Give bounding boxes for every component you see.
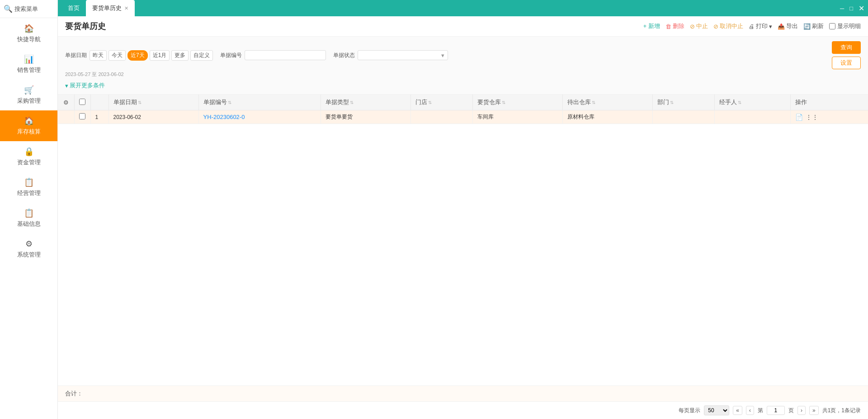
doc-date-label: 单据日期 xyxy=(65,52,87,59)
th-department[interactable]: 部门 ⇅ xyxy=(653,95,715,110)
tab-requisition-history-label: 要货单历史 xyxy=(92,4,122,12)
total-info: 共1页，1条记录 xyxy=(822,407,861,414)
cancel-icon: ⊘ xyxy=(713,23,718,30)
cancel-stop-button[interactable]: ⊘ 取消中止 xyxy=(713,22,743,30)
th-handler-label: 经手人 xyxy=(719,98,737,106)
th-checkbox xyxy=(74,95,90,110)
doc-status-select[interactable] xyxy=(358,50,448,60)
row-actions: 📄 ⋮⋮ xyxy=(795,114,863,121)
tab-bar: 首页 要货单历史 ✕ ─ □ ✕ xyxy=(58,0,868,16)
display-detail-input[interactable] xyxy=(829,23,835,29)
expand-btn[interactable]: ▾ 展开更多条件 xyxy=(65,81,861,90)
sidebar-item-inventory[interactable]: 🏠 库存核算 xyxy=(0,110,57,141)
th-doc-date-label: 单据日期 xyxy=(113,98,137,106)
sidebar-search[interactable]: 🔍 搜索菜单 xyxy=(0,0,57,18)
stop-button[interactable]: ⊘ 中止 xyxy=(690,22,708,30)
sidebar-item-label: 库存核算 xyxy=(17,128,41,136)
cell-department xyxy=(653,110,715,124)
sidebar-item-sales[interactable]: 📊 销售管理 xyxy=(0,49,57,80)
row-more-btn[interactable]: ⋮⋮ xyxy=(806,114,818,121)
date-btn-yesterday[interactable]: 昨天 xyxy=(90,50,107,61)
tab-bar-right: ─ □ ✕ xyxy=(840,4,864,13)
select-all-checkbox[interactable] xyxy=(79,99,85,105)
next-page-btn[interactable]: › xyxy=(797,406,806,415)
settings-button[interactable]: 设置 xyxy=(832,57,861,69)
th-doc-number[interactable]: 单据编号 ⇅ xyxy=(198,95,321,110)
th-req-warehouse[interactable]: 要货仓库 ⇅ xyxy=(473,95,563,110)
print-icon: 🖨 xyxy=(749,23,755,30)
sales-icon: 📊 xyxy=(24,54,34,64)
date-range-display: 2023-05-27 至 2023-06-02 xyxy=(65,71,861,78)
th-department-label: 部门 xyxy=(657,98,669,106)
tab-home[interactable]: 首页 xyxy=(61,0,86,16)
sidebar-item-purchase[interactable]: 🛒 采购管理 xyxy=(0,80,57,110)
new-label: + 新增 xyxy=(643,22,660,30)
sidebar-item-operations[interactable]: 📋 经营管理 xyxy=(0,172,57,203)
sidebar-item-finance[interactable]: 🔒 资金管理 xyxy=(0,141,57,172)
sidebar-item-basic-info[interactable]: 📋 基础信息 xyxy=(0,203,57,233)
th-req-warehouse-label: 要货仓库 xyxy=(477,98,501,106)
tab-requisition-history[interactable]: 要货单历史 ✕ xyxy=(86,0,135,16)
window-maximize-btn[interactable]: □ xyxy=(849,5,853,12)
date-btn-last1month[interactable]: 近1月 xyxy=(150,50,170,61)
sidebar-item-quick-nav[interactable]: 🏠 快捷导航 xyxy=(0,18,57,49)
page-header: 要货单历史 + 新增 🗑 删除 ⊘ 中止 ⊘ 取消中止 🖨 xyxy=(58,16,868,37)
date-btn-custom[interactable]: 自定义 xyxy=(190,50,213,61)
cell-doc-date: 2023-06-02 xyxy=(108,110,198,124)
first-page-btn[interactable]: « xyxy=(733,406,742,415)
date-btn-last7days[interactable]: 近7天 xyxy=(127,50,148,61)
sort-store-icon: ⇅ xyxy=(428,100,432,105)
th-pending-warehouse[interactable]: 待出仓库 ⇅ xyxy=(563,95,653,110)
delete-label: 删除 xyxy=(673,22,684,30)
per-page-select[interactable]: 10 20 50 100 xyxy=(704,405,729,415)
doc-number-label: 单据编号 xyxy=(220,52,242,59)
export-button[interactable]: 📤 导出 xyxy=(778,22,798,30)
doc-number-link[interactable]: YH-20230602-0 xyxy=(203,114,245,120)
page-title: 要货单历史 xyxy=(65,21,640,32)
filter-actions: 查询 设置 xyxy=(832,41,861,69)
system-icon: ⚙ xyxy=(25,239,33,249)
cancel-label: 取消中止 xyxy=(720,22,743,30)
th-store-label: 门店 xyxy=(415,98,427,106)
th-settings[interactable]: ⚙ xyxy=(58,95,74,110)
sidebar-item-label: 系统管理 xyxy=(17,251,41,259)
th-handler[interactable]: 经手人 ⇅ xyxy=(715,95,791,110)
display-detail-checkbox[interactable]: 显示明细 xyxy=(829,22,861,30)
cell-req-warehouse: 车间库 xyxy=(473,110,563,124)
date-btn-more[interactable]: 更多 xyxy=(171,50,189,61)
cell-doc-number: YH-20230602-0 xyxy=(198,110,321,124)
table-header-row: ⚙ 单据日期 ⇅ xyxy=(58,95,868,110)
prev-page-btn[interactable]: ‹ xyxy=(746,406,754,415)
th-num xyxy=(90,95,108,110)
print-button[interactable]: 🖨 打印 ▾ xyxy=(749,22,772,30)
th-doc-date[interactable]: 单据日期 ⇅ xyxy=(108,95,198,110)
delete-button[interactable]: 🗑 删除 xyxy=(665,22,684,30)
th-store[interactable]: 门店 ⇅ xyxy=(411,95,473,110)
sort-doc-type-icon: ⇅ xyxy=(350,100,354,105)
doc-number-input[interactable] xyxy=(245,50,326,60)
row-checkbox[interactable] xyxy=(79,113,85,119)
page-number-input[interactable] xyxy=(767,406,785,415)
print-dropdown-icon: ▾ xyxy=(769,23,772,30)
new-button[interactable]: + 新增 xyxy=(643,22,660,30)
delete-icon: 🗑 xyxy=(665,23,671,30)
date-btn-today[interactable]: 今天 xyxy=(108,50,126,61)
doc-status-label: 单据状态 xyxy=(333,52,355,59)
sidebar-item-system[interactable]: ⚙ 系统管理 xyxy=(0,233,57,264)
last-page-btn[interactable]: » xyxy=(809,406,819,415)
window-minimize-btn[interactable]: ─ xyxy=(840,5,844,12)
expand-label: 展开更多条件 xyxy=(70,81,105,90)
basic-info-icon: 📋 xyxy=(24,208,34,218)
sidebar: 🔍 搜索菜单 🏠 快捷导航 📊 销售管理 🛒 采购管理 🏠 库存核算 🔒 资金管… xyxy=(0,0,58,419)
cell-settings xyxy=(58,110,74,124)
query-button[interactable]: 查询 xyxy=(832,41,861,54)
print-label: 打印 xyxy=(756,22,768,30)
tab-close-icon[interactable]: ✕ xyxy=(124,5,128,11)
sort-pending-warehouse-icon: ⇅ xyxy=(592,100,595,105)
row-edit-btn[interactable]: 📄 xyxy=(795,114,803,121)
th-doc-type[interactable]: 单据类型 ⇅ xyxy=(321,95,411,110)
window-close-btn[interactable]: ✕ xyxy=(859,4,864,13)
sidebar-search-label: 搜索菜单 xyxy=(14,5,38,13)
export-label: 导出 xyxy=(786,22,798,30)
refresh-button[interactable]: 🔄 刷新 xyxy=(803,22,824,30)
